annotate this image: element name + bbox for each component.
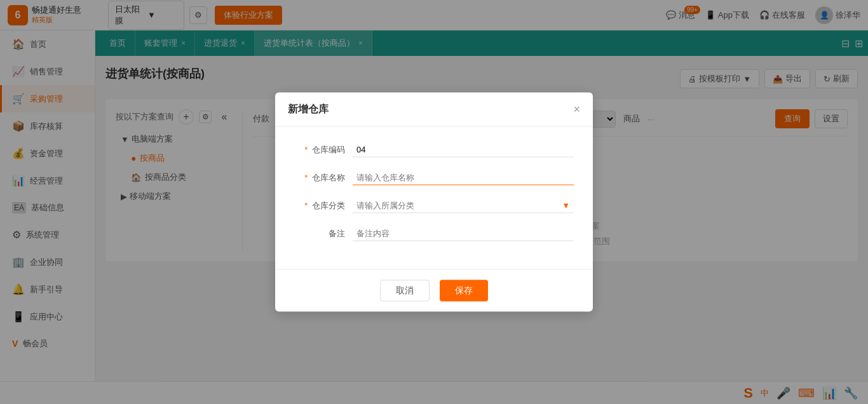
category-dropdown-icon[interactable]: ▼ bbox=[562, 201, 570, 210]
category-input[interactable] bbox=[356, 201, 562, 210]
remark-label: 备注 bbox=[294, 228, 345, 239]
form-row-name: * 仓库名称 bbox=[294, 170, 574, 185]
modal-footer: 取消 保存 bbox=[275, 269, 593, 312]
category-required: * bbox=[304, 201, 308, 210]
modal-body: * 仓库编码 * 仓库名称 * 仓库分类 ▼ 备注 bbox=[275, 127, 593, 269]
form-row-category: * 仓库分类 ▼ bbox=[294, 198, 574, 213]
category-select-wrap[interactable]: ▼ bbox=[353, 198, 574, 213]
category-label: * 仓库分类 bbox=[294, 200, 345, 212]
form-row-remark: 备注 bbox=[294, 226, 574, 241]
name-required: * bbox=[304, 173, 308, 182]
code-required: * bbox=[304, 145, 308, 154]
new-warehouse-modal: 新增仓库 × * 仓库编码 * 仓库名称 * 仓库分类 bbox=[275, 93, 593, 312]
code-label: * 仓库编码 bbox=[294, 144, 345, 156]
modal-header: 新增仓库 × bbox=[275, 93, 593, 127]
name-input[interactable] bbox=[353, 170, 574, 185]
modal-title: 新增仓库 bbox=[288, 103, 329, 116]
cancel-button[interactable]: 取消 bbox=[380, 280, 430, 302]
modal-close-btn[interactable]: × bbox=[573, 103, 580, 116]
name-label: * 仓库名称 bbox=[294, 172, 345, 184]
save-button[interactable]: 保存 bbox=[440, 280, 488, 302]
form-row-code: * 仓库编码 bbox=[294, 142, 574, 158]
code-input[interactable] bbox=[353, 142, 574, 158]
remark-input[interactable] bbox=[353, 226, 574, 241]
